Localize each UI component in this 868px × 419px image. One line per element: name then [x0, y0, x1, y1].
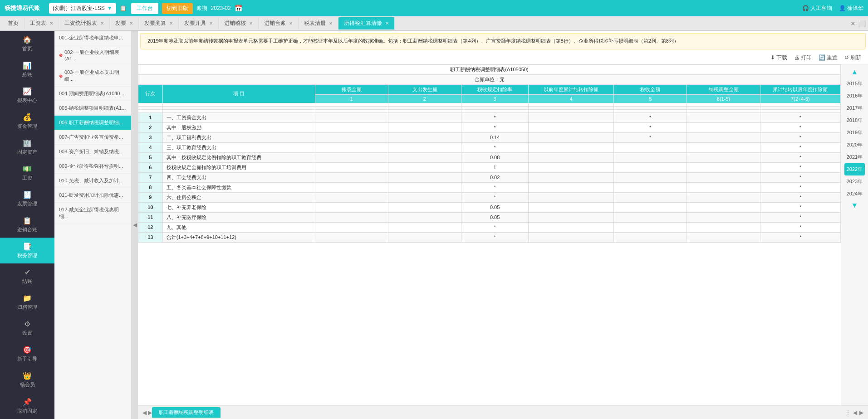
- cell-c-0[interactable]: [315, 103, 388, 106]
- cell-h-4[interactable]: [687, 122, 760, 132]
- reset-button[interactable]: 🔄 重置: [819, 54, 838, 62]
- cell-h-0[interactable]: [687, 103, 760, 106]
- cell-i-7[interactable]: *: [760, 152, 840, 162]
- sidebar-item-unpin[interactable]: 📌 取消固定: [0, 393, 54, 419]
- cell-e-9[interactable]: 0.02: [461, 172, 529, 182]
- sub-sidebar-item-2[interactable]: ⊗003-一般企业成本支出明细...: [54, 65, 131, 87]
- nav-tab-7[interactable]: 进销台账✕: [259, 17, 299, 29]
- cell-i-1[interactable]: [760, 106, 840, 109]
- nav-tab-1[interactable]: 工资表✕: [25, 17, 59, 29]
- more-tabs-icon[interactable]: ⋮: [845, 409, 851, 416]
- cell-f-4[interactable]: [529, 122, 614, 132]
- nav-tab-close-4[interactable]: ✕: [169, 21, 173, 26]
- cell-c-8[interactable]: [315, 162, 388, 172]
- cell-d-2[interactable]: [388, 109, 461, 112]
- cell-c-5[interactable]: [315, 132, 388, 142]
- cell-f-9[interactable]: [529, 172, 614, 182]
- cell-g-11[interactable]: [614, 192, 687, 202]
- sub-sidebar-item-6[interactable]: 007-广告费和业务宣传费举...: [54, 130, 131, 145]
- nav-tab-close-2[interactable]: ✕: [100, 21, 104, 26]
- cell-c-4[interactable]: [315, 122, 388, 132]
- cell-e-12[interactable]: 0.05: [461, 202, 529, 212]
- year-item-1[interactable]: 2016年: [844, 90, 865, 102]
- cell-i-2[interactable]: [760, 109, 840, 112]
- cell-i-8[interactable]: *: [760, 162, 840, 172]
- tab-scroll-right-icon[interactable]: ▶: [859, 409, 863, 416]
- nav-tab-close-8[interactable]: ✕: [329, 21, 333, 26]
- cell-d-12[interactable]: [388, 202, 461, 212]
- cell-e-0[interactable]: [461, 103, 529, 106]
- cell-d-9[interactable]: [388, 172, 461, 182]
- cell-g-10[interactable]: [614, 182, 687, 192]
- cell-f-2[interactable]: [529, 109, 614, 112]
- nav-tab-5[interactable]: 发票开具✕: [179, 17, 219, 29]
- year-item-0[interactable]: 2015年: [844, 78, 865, 90]
- close-all-tabs-button[interactable]: ✕: [850, 20, 856, 27]
- cell-f-6[interactable]: [529, 142, 614, 152]
- cell-d-15[interactable]: [388, 232, 461, 242]
- cell-f-8[interactable]: [529, 162, 614, 172]
- cell-h-8[interactable]: [687, 162, 760, 172]
- sidebar-item-结账[interactable]: ✔结账: [0, 263, 54, 289]
- sidebar-item-设置[interactable]: ⚙设置: [0, 315, 54, 341]
- cell-c-6[interactable]: [315, 142, 388, 152]
- sidebar-item-固定资产[interactable]: 🏢固定资产: [0, 134, 54, 160]
- nav-tab-close-1[interactable]: ✕: [49, 21, 53, 26]
- cell-g-1[interactable]: [614, 106, 687, 109]
- cell-f-0[interactable]: [529, 103, 614, 106]
- cell-g-13[interactable]: [614, 212, 687, 222]
- cell-d-10[interactable]: [388, 182, 461, 192]
- nav-tab-4[interactable]: 发票测算✕: [139, 17, 179, 29]
- nav-tab-close-3[interactable]: ✕: [129, 21, 133, 26]
- bottom-tab-item[interactable]: 职工薪酬纳税调整明细表: [152, 407, 221, 418]
- cell-h-14[interactable]: [687, 222, 760, 232]
- cell-f-10[interactable]: [529, 182, 614, 192]
- cell-e-3[interactable]: *: [461, 112, 529, 122]
- calendar-icon[interactable]: 📅: [235, 5, 242, 12]
- nav-tab-close-9[interactable]: ✕: [385, 21, 389, 26]
- cell-h-6[interactable]: [687, 142, 760, 152]
- cell-e-7[interactable]: 0.08: [461, 152, 529, 162]
- user-menu[interactable]: 👤 徐泽华: [839, 5, 863, 12]
- nav-tab-9[interactable]: 所得税汇算清缴✕: [338, 17, 395, 29]
- nav-tab-3[interactable]: 发票✕: [110, 17, 139, 29]
- cell-d-13[interactable]: [388, 212, 461, 222]
- sub-sidebar-item-10[interactable]: 011-研发费用加计扣除优惠...: [54, 188, 131, 203]
- cell-c-15[interactable]: [315, 232, 388, 242]
- cell-h-2[interactable]: [687, 109, 760, 112]
- cell-f-1[interactable]: [529, 106, 614, 109]
- sidebar-item-资金管理[interactable]: 💰资金管理: [0, 108, 54, 134]
- year-down-arrow[interactable]: ▼: [850, 200, 860, 211]
- cell-g-7[interactable]: [614, 152, 687, 162]
- cell-c-7[interactable]: [315, 152, 388, 162]
- cell-g-8[interactable]: [614, 162, 687, 172]
- cell-f-15[interactable]: [529, 232, 614, 242]
- cell-f-3[interactable]: [529, 112, 614, 122]
- tab-scroll-left-icon[interactable]: ◀: [853, 409, 857, 416]
- cell-e-4[interactable]: *: [461, 122, 529, 132]
- cell-d-4[interactable]: [388, 122, 461, 132]
- sub-sidebar-item-7[interactable]: 008-资产折旧、摊销及纳税...: [54, 145, 131, 159]
- cell-i-4[interactable]: *: [760, 122, 840, 132]
- nav-tab-close-5[interactable]: ✕: [209, 21, 213, 26]
- sidebar-item-工资[interactable]: 💵工资: [0, 160, 54, 186]
- download-button[interactable]: ⬇ 下载: [770, 54, 787, 62]
- year-item-8[interactable]: 2023年: [844, 175, 865, 188]
- cell-e-14[interactable]: *: [461, 222, 529, 232]
- year-item-6[interactable]: 2021年: [844, 151, 865, 163]
- sidebar-item-进销台账[interactable]: 📋进销台账: [0, 212, 54, 238]
- sub-sidebar-item-11[interactable]: 012-减免企业所得税优惠明细...: [54, 203, 131, 224]
- cell-e-10[interactable]: *: [461, 182, 529, 192]
- year-item-3[interactable]: 2018年: [844, 114, 865, 127]
- cell-h-12[interactable]: [687, 202, 760, 212]
- print-button[interactable]: 🖨 打印: [794, 54, 812, 62]
- cell-c-12[interactable]: [315, 202, 388, 212]
- cell-i-11[interactable]: *: [760, 192, 840, 202]
- sidebar-item-发票管理[interactable]: 🧾发票管理: [0, 186, 54, 212]
- cell-d-11[interactable]: [388, 192, 461, 202]
- cell-d-0[interactable]: [388, 103, 461, 106]
- nav-tab-close-6[interactable]: ✕: [249, 21, 253, 26]
- year-item-4[interactable]: 2019年: [844, 127, 865, 139]
- collapse-arrow[interactable]: ◀: [132, 31, 138, 419]
- sub-sidebar-item-0[interactable]: 001-企业所得税年度纳税申...: [54, 31, 131, 45]
